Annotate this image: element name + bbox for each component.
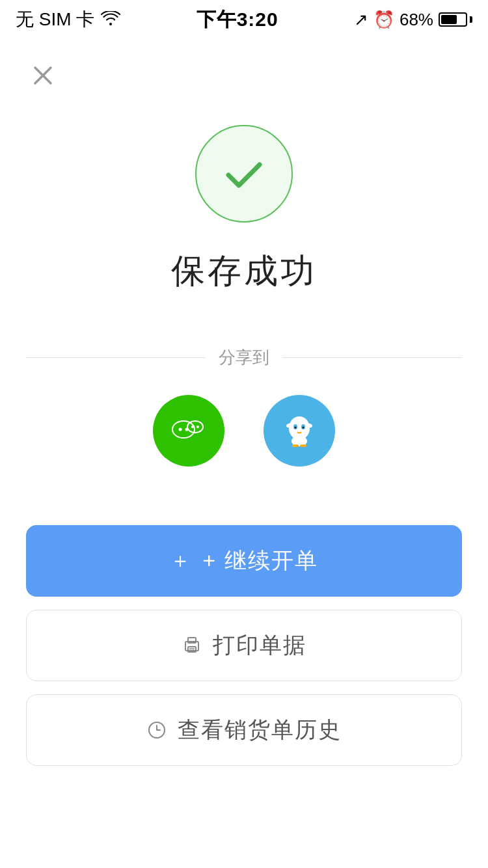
status-time: 下午3:20 <box>197 7 278 33</box>
close-button[interactable] <box>26 59 60 92</box>
svg-point-15 <box>300 444 306 447</box>
print-label: 打印单据 <box>213 631 306 660</box>
history-icon <box>146 720 167 740</box>
share-label: 分享到 <box>219 346 269 369</box>
status-bar: 无 SIM 卡 下午3:20 ↗ ⏰ 68% <box>0 0 488 39</box>
plus-icon: ＋ <box>170 547 192 575</box>
svg-point-5 <box>187 421 203 433</box>
share-section: 分享到 <box>0 346 488 525</box>
success-circle <box>195 125 293 223</box>
svg-point-14 <box>292 444 299 447</box>
history-label: 查看销货单历史 <box>178 715 342 745</box>
no-sim-label: 无 SIM 卡 <box>16 7 94 32</box>
print-receipt-button[interactable]: 打印单据 <box>26 610 462 681</box>
location-icon: ↗ <box>354 10 368 30</box>
share-wechat-button[interactable] <box>153 395 224 467</box>
share-icons-row <box>26 395 462 467</box>
share-divider-left <box>26 357 206 358</box>
action-buttons: ＋ + 继续开单 打印单据 查看销货单历史 <box>0 525 488 766</box>
close-btn-container <box>0 39 488 99</box>
svg-point-2 <box>172 421 195 438</box>
svg-point-11 <box>295 427 297 429</box>
alarm-icon: ⏰ <box>373 10 394 30</box>
printer-icon <box>182 635 202 656</box>
svg-point-12 <box>303 427 305 429</box>
battery-percent: 68% <box>400 10 433 30</box>
battery-icon <box>439 12 472 27</box>
svg-point-7 <box>197 426 199 428</box>
view-history-button[interactable]: 查看销货单历史 <box>26 694 462 766</box>
svg-point-6 <box>191 426 194 428</box>
svg-point-3 <box>179 428 182 431</box>
share-qq-button[interactable] <box>264 395 335 467</box>
share-divider-row: 分享到 <box>26 346 462 369</box>
wifi-icon <box>101 10 120 30</box>
status-left: 无 SIM 卡 <box>16 7 120 32</box>
success-title: 保存成功 <box>171 249 317 294</box>
status-right: ↗ ⏰ 68% <box>354 10 472 30</box>
success-area: 保存成功 <box>0 99 488 346</box>
share-divider-right <box>282 357 462 358</box>
continue-order-label: + 继续开单 <box>202 546 318 576</box>
continue-order-button[interactable]: ＋ + 继续开单 <box>26 525 462 597</box>
